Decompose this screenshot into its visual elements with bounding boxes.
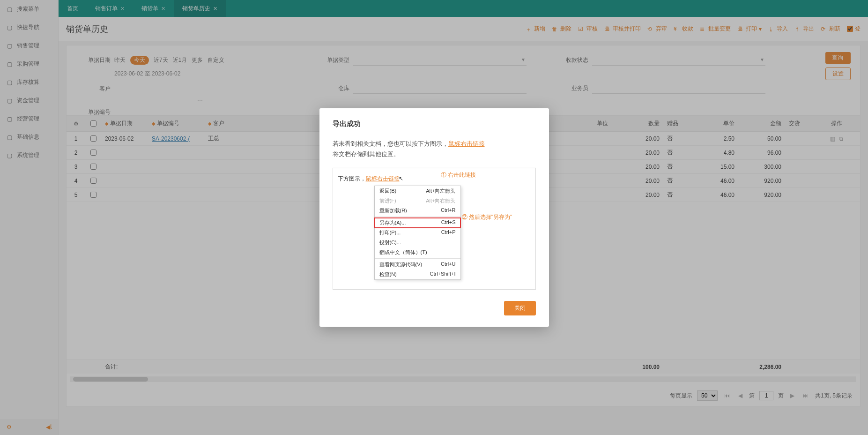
- context-menu-item: 检查(N)Ctrl+Shift+I: [375, 270, 460, 279]
- context-menu-item: 查看网页源代码(V)Ctrl+U: [375, 260, 460, 270]
- context-menu-item: 前进(F)Alt+向右箭头: [375, 196, 460, 206]
- context-menu-item: 打印(P)...Ctrl+P: [375, 228, 460, 238]
- context-menu-item: 投射(C)...: [375, 238, 460, 248]
- cursor-icon: ↖: [399, 175, 403, 182]
- context-menu: 返回(B)Alt+向左箭头前进(F)Alt+向右箭头重新加载(R)Ctrl+R另…: [374, 186, 461, 280]
- export-success-modal: 导出成功 若未看到相关文档，您也可以按下方图示，鼠标右击链接 将文档存储到其他位…: [319, 108, 549, 327]
- right-click-link[interactable]: 鼠标右击链接: [448, 140, 485, 147]
- context-menu-item: 另存为(A)...Ctrl+S: [375, 218, 460, 228]
- modal-close-button[interactable]: 关闭: [504, 301, 536, 315]
- note-1: ① 右击此链接: [441, 171, 476, 179]
- modal-illustration: ① 右击此链接 下方图示，鼠标右击链接↖ 返回(B)Alt+向左箭头前进(F)A…: [333, 168, 536, 290]
- modal-title: 导出成功: [333, 120, 536, 128]
- note-2: ② 然后选择"另存为": [462, 213, 512, 221]
- context-menu-item: 返回(B)Alt+向左箭头: [375, 186, 460, 196]
- context-menu-item: 重新加载(R)Ctrl+R: [375, 206, 460, 216]
- ill-link: 鼠标右击链接: [366, 175, 400, 182]
- context-menu-item: 翻成中文（简体）(T): [375, 248, 460, 257]
- modal-body: 若未看到相关文档，您也可以按下方图示，鼠标右击链接 将文档存储到其他位置。 ① …: [333, 139, 536, 290]
